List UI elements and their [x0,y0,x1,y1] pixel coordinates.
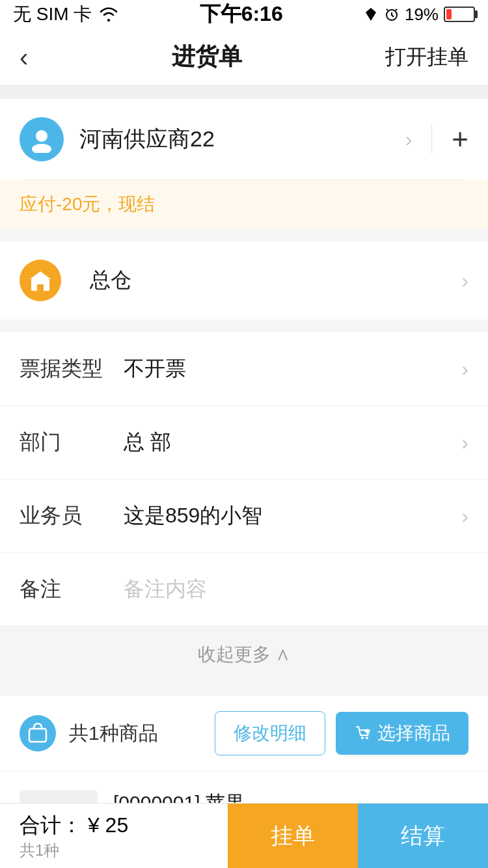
alarm-icon [384,7,400,22]
svg-point-2 [36,130,47,142]
staff-chevron-icon: › [461,504,468,528]
bottom-bar: 合计： ¥ 25 共1种 挂单 结算 [0,803,488,868]
open-hang-button[interactable]: 打开挂单 [385,43,468,72]
svg-point-0 [107,19,110,21]
supplier-row[interactable]: 河南供应商22 › + [0,99,488,180]
svg-point-8 [361,737,364,739]
location-icon [363,7,379,22]
supplier-note: 应付-20元，现结 [0,180,488,228]
staff-label: 业务员 [20,502,111,530]
hang-button[interactable]: 挂单 [228,804,358,868]
department-value: 总 部 [124,428,461,457]
supplier-name: 河南供应商22 [79,124,405,154]
supplier-section: 河南供应商22 › + 应付-20元，现结 [0,99,488,228]
battery-icon [444,7,475,22]
department-label: 部门 [20,428,111,457]
warehouse-icon [20,260,61,301]
remark-row[interactable]: 备注 备注内容 [0,553,488,626]
form-section: 票据类型 不开票 › 部门 总 部 › 业务员 这是859的小智 › 备注 备注… [0,332,488,626]
warehouse-section: 总仓 › [0,241,488,319]
supplier-avatar [20,117,64,161]
total-amount: ¥ 25 [88,813,128,837]
add-supplier-button[interactable]: + [452,125,468,154]
svg-rect-6 [37,284,44,291]
checkout-button[interactable]: 结算 [358,804,488,868]
warehouse-row[interactable]: 总仓 › [0,241,488,319]
remark-label: 备注 [20,575,111,604]
edit-detail-button[interactable]: 修改明细 [215,711,325,755]
status-right: 19% [363,5,475,25]
page-title: 进货单 [172,41,242,73]
divider-1 [0,86,488,99]
invoice-chevron-icon: › [461,357,468,381]
products-count: 共1种商品 [69,720,215,747]
products-header: 共1种商品 修改明细 选择商品 [0,696,488,772]
department-row[interactable]: 部门 总 部 › [0,406,488,480]
department-chevron-icon: › [461,431,468,455]
status-carrier: 无 SIM 卡 [13,2,119,27]
staff-value: 这是859的小智 [124,502,461,530]
invoice-label: 票据类型 [20,355,111,383]
products-icon [20,715,56,752]
status-bar: 无 SIM 卡 下午6:16 19% [0,0,488,29]
warehouse-chevron-icon: › [461,269,468,293]
svg-marker-5 [30,271,51,279]
warehouse-name: 总仓 [90,266,461,295]
back-button[interactable]: ‹ [20,44,28,70]
battery-percent: 19% [405,5,439,25]
svg-point-3 [32,144,51,153]
staff-row[interactable]: 业务员 这是859的小智 › [0,480,488,553]
bottom-total: 合计： ¥ 25 共1种 [0,804,228,868]
cart-icon [354,724,372,742]
select-product-label: 选择商品 [377,721,450,746]
collapse-bar[interactable]: 收起更多 ∧ [0,626,488,683]
carrier-text: 无 SIM 卡 [13,2,92,27]
invoice-row[interactable]: 票据类型 不开票 › [0,332,488,406]
remark-input[interactable]: 备注内容 [124,575,468,604]
wifi-icon [98,7,119,21]
supplier-chevron-icon: › [405,128,413,152]
svg-point-9 [366,737,368,739]
svg-rect-7 [29,729,46,742]
supplier-actions: › + [405,125,468,154]
total-line: 合计： ¥ 25 [20,811,208,840]
invoice-value: 不开票 [124,355,461,383]
total-label: 合计： [20,813,82,837]
total-count: 共1种 [20,840,208,861]
vertical-divider [431,125,432,154]
collapse-label: 收起更多 ∧ [198,644,291,664]
status-time: 下午6:16 [200,0,283,29]
select-product-button[interactable]: 选择商品 [336,712,468,755]
nav-bar: ‹ 进货单 打开挂单 [0,29,488,86]
